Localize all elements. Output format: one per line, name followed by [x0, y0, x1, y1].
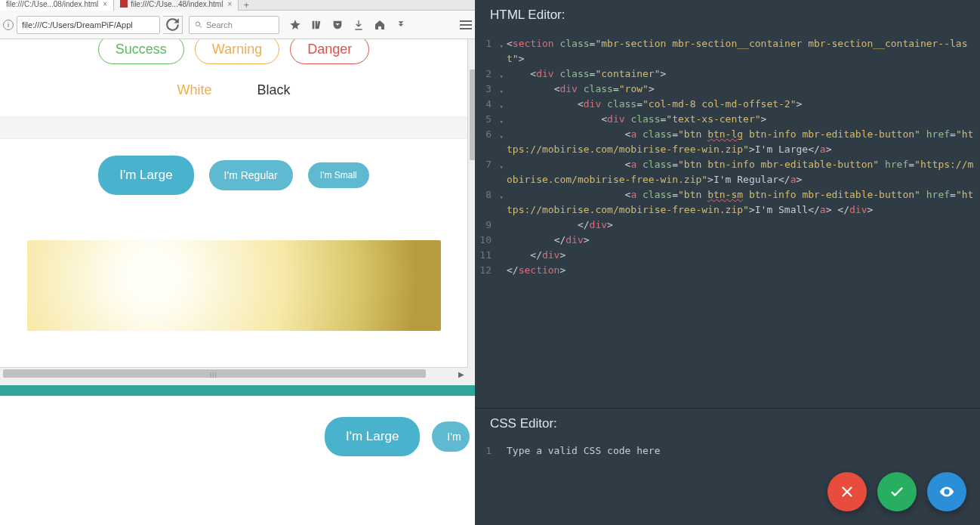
black-label: Black: [257, 82, 291, 98]
size-button-row: I'm Large I'm Regular I'm Small: [0, 156, 467, 195]
page-content: Success Warning Danger White Black I'm L…: [0, 39, 467, 331]
scrollbar-grip: |||: [210, 371, 217, 378]
close-icon: [839, 483, 855, 500]
overflow-icon[interactable]: [394, 18, 408, 32]
regular-button[interactable]: I'm Regular: [209, 160, 293, 190]
horizontal-scrollbar[interactable]: ||| ▶: [0, 367, 467, 379]
browser-tab-1[interactable]: file:///C:/Use...48/index.html ×: [114, 0, 239, 11]
large-button[interactable]: I'm Large: [98, 156, 193, 195]
html-code-area[interactable]: 1▾<section class="mbr-section mbr-sectio…: [475, 36, 980, 400]
bookmark-star-icon[interactable]: [288, 18, 302, 32]
fab-row: [827, 472, 966, 511]
url-text: file:///C:/Users/DreamPiF/Appl: [22, 20, 133, 29]
browser-tab-0[interactable]: file:///C:/Use...08/index.html ×: [0, 0, 114, 11]
html-editor-title: HTML Editor:: [475, 0, 980, 30]
warning-pill[interactable]: Warning: [195, 39, 279, 64]
danger-pill[interactable]: Danger: [290, 39, 369, 64]
close-icon[interactable]: ×: [103, 0, 107, 8]
confirm-button[interactable]: [877, 472, 917, 511]
pocket-icon[interactable]: [331, 18, 344, 32]
css-code-area[interactable]: 1Type a valid CSS code here: [475, 439, 980, 459]
browser-window: file:///C:/Use...08/index.html × file://…: [0, 0, 480, 385]
toolbar-icons: [288, 18, 408, 32]
download-icon[interactable]: [352, 18, 365, 32]
tab-label: file:///C:/Use...48/index.html: [131, 0, 223, 8]
css-editor-title: CSS Editor:: [475, 409, 980, 439]
new-tab-button[interactable]: +: [239, 0, 254, 10]
reload-button[interactable]: [163, 16, 183, 34]
preview-divider: [0, 385, 475, 396]
menu-button[interactable]: [460, 18, 472, 32]
search-input[interactable]: Search: [189, 16, 279, 34]
page-viewport: Success Warning Danger White Black I'm L…: [0, 39, 467, 367]
white-label: White: [177, 82, 211, 98]
home-icon[interactable]: [373, 18, 387, 32]
svg-point-0: [945, 490, 948, 493]
tab-strip: file:///C:/Use...08/index.html × file://…: [0, 0, 479, 11]
browser-toolbar: i file:///C:/Users/DreamPiF/Appl Search: [0, 11, 479, 39]
site-info-icon[interactable]: i: [3, 20, 14, 30]
pill-row: Success Warning Danger: [0, 39, 467, 64]
success-pill[interactable]: Success: [98, 39, 184, 64]
hero-image: [27, 240, 441, 331]
html-editor: HTML Editor: 1▾<section class="mbr-secti…: [475, 0, 980, 400]
editor-panel: HTML Editor: 1▾<section class="mbr-secti…: [475, 0, 980, 525]
url-input[interactable]: file:///C:/Users/DreamPiF/Appl: [17, 16, 160, 34]
cancel-button[interactable]: [827, 472, 867, 511]
small-button[interactable]: I'm Small: [308, 162, 369, 188]
preview-button-row: I'm Large I'm: [0, 417, 475, 456]
text-row: White Black: [0, 82, 467, 98]
search-icon: [194, 20, 203, 29]
close-icon[interactable]: ×: [227, 0, 232, 8]
preview-large-button[interactable]: I'm Large: [325, 417, 420, 456]
section-divider: [0, 116, 467, 139]
preview-panel: I'm Large I'm: [0, 385, 475, 525]
check-icon: [889, 483, 905, 500]
eye-icon: [938, 483, 955, 500]
favicon-icon: [120, 0, 128, 8]
library-icon[interactable]: [310, 18, 323, 32]
scroll-right-arrow[interactable]: ▶: [457, 369, 466, 378]
preview-button[interactable]: [927, 472, 966, 511]
search-placeholder: Search: [206, 20, 233, 29]
preview-regular-button[interactable]: I'm: [432, 422, 470, 452]
tab-label: file:///C:/Use...08/index.html: [6, 0, 98, 8]
